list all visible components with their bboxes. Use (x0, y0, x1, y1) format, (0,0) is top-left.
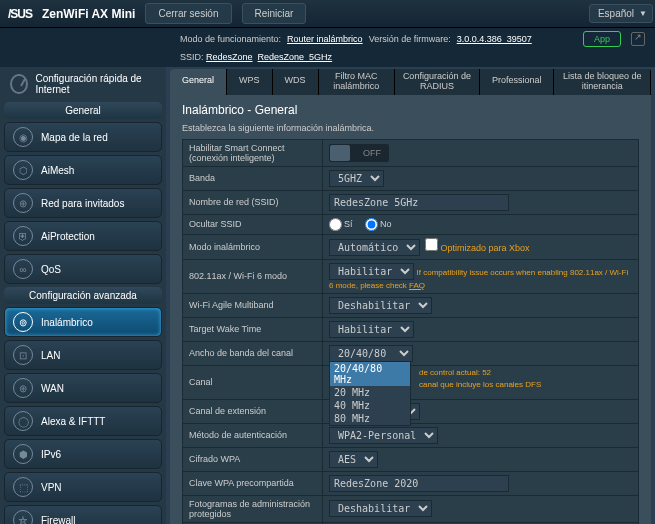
band-select[interactable]: 5GHZ (329, 170, 384, 187)
nav-label: LAN (41, 350, 60, 361)
nav-icon: ⊕ (13, 378, 33, 398)
bandwidth-option[interactable]: 80 MHz (330, 412, 410, 425)
pmf-select[interactable]: Deshabilitar (329, 500, 432, 517)
chevron-down-icon: ▼ (639, 9, 647, 18)
nav-item-red-para-invitados[interactable]: ⊕Red para invitados (4, 188, 162, 218)
ssid-label: SSID: (180, 52, 204, 62)
channel-label: Canal (183, 365, 323, 399)
nav-label: Inalámbrico (41, 317, 93, 328)
nav-label: Mapa de la red (41, 132, 108, 143)
psk-label: Clave WPA precompartida (183, 471, 323, 495)
gauge-icon (10, 74, 28, 94)
product-name: ZenWiFi AX Mini (42, 7, 135, 21)
ssid-input[interactable] (329, 194, 509, 211)
ssid-link-2[interactable]: RedesZone_5GHz (258, 52, 333, 62)
tab-configuraci-n-de-radius[interactable]: Configuración de RADIUS (395, 69, 480, 95)
hide-no-label[interactable]: No (365, 219, 392, 229)
bandwidth-select[interactable]: 20/40/80 MHz (329, 345, 413, 362)
channel-note-1: de control actual: 52 (419, 368, 491, 377)
nav-item-alexa-ifttt[interactable]: ◯Alexa & IFTTT (4, 406, 162, 436)
nav-icon: ⛨ (13, 226, 33, 246)
tab-filtro-mac-inal-mbrico[interactable]: Filtro MAC inalámbrico (319, 69, 395, 95)
nav-item-aimesh[interactable]: ⬡AiMesh (4, 155, 162, 185)
logout-button[interactable]: Cerrar sesión (145, 3, 231, 24)
hide-no-radio[interactable] (365, 218, 378, 231)
tab-professional[interactable]: Professional (480, 69, 555, 95)
twt-label: Target Wake Time (183, 317, 323, 341)
bandwidth-option[interactable]: 20/40/80 MHz (330, 362, 410, 386)
nav-icon: ⛤ (13, 510, 33, 524)
fw-label: Versión de firmware: (369, 34, 451, 44)
agile-select[interactable]: Deshabilitar (329, 297, 432, 314)
mode-label: Modo de funcionamiento: (180, 34, 281, 44)
fw-link[interactable]: 3.0.0.4.386_39507 (457, 34, 532, 44)
cipher-select[interactable]: AES (329, 451, 378, 468)
channel-note-2: canal que incluye los canales DFS (419, 380, 541, 389)
quick-setup-label: Configuración rápida de Internet (36, 73, 157, 95)
nav-label: AiMesh (41, 165, 74, 176)
xbox-checkbox[interactable] (425, 238, 438, 251)
panel-desc: Establezca la siguiente información inal… (182, 123, 639, 133)
nav-icon: ⊡ (13, 345, 33, 365)
wireless-mode-select[interactable]: Automático (329, 239, 420, 256)
smart-connect-label: Habilitar Smart Connect (conexión inteli… (183, 139, 323, 166)
hide-yes-radio[interactable] (329, 218, 342, 231)
bandwidth-option[interactable]: 40 MHz (330, 399, 410, 412)
tab-wps[interactable]: WPS (227, 69, 273, 95)
nav-label: AiProtection (41, 231, 95, 242)
nav-label: VPN (41, 482, 62, 493)
section-general: General (4, 102, 162, 119)
reboot-button[interactable]: Reiniciar (242, 3, 307, 24)
ax-mode-select[interactable]: Habilitar (329, 263, 414, 280)
nav-label: Alexa & IFTTT (41, 416, 105, 427)
twt-select[interactable]: Habilitar (329, 321, 414, 338)
nav-icon: ⬚ (13, 477, 33, 497)
faq-link[interactable]: FAQ (409, 281, 425, 290)
agile-label: Wi-Fi Agile Multiband (183, 293, 323, 317)
nav-icon: ⊕ (13, 193, 33, 213)
nav-icon: ⬢ (13, 444, 33, 464)
wireless-mode-label: Modo inalámbrico (183, 234, 323, 259)
nav-item-wan[interactable]: ⊕WAN (4, 373, 162, 403)
nav-label: IPv6 (41, 449, 61, 460)
nav-item-qos[interactable]: ∞QoS (4, 254, 162, 284)
tab-general[interactable]: General (170, 69, 227, 95)
section-advanced: Configuración avanzada (4, 287, 162, 304)
hide-yes-label[interactable]: Sí (329, 219, 353, 229)
nav-item-lan[interactable]: ⊡LAN (4, 340, 162, 370)
nav-icon: ◯ (13, 411, 33, 431)
tab-lista-de-bloqueo-de-itinerancia[interactable]: Lista de bloqueo de itinerancia (554, 69, 651, 95)
nav-label: Firewall (41, 515, 75, 525)
nav-label: Red para invitados (41, 198, 124, 209)
psk-input[interactable] (329, 475, 509, 492)
smart-connect-toggle[interactable]: OFF (329, 144, 389, 162)
ssid-link-1[interactable]: RedesZone (206, 52, 253, 62)
app-button[interactable]: App (583, 31, 621, 47)
nav-item-mapa-de-la-red[interactable]: ◉Mapa de la red (4, 122, 162, 152)
nav-item-firewall[interactable]: ⛤Firewall (4, 505, 162, 524)
external-link-icon[interactable] (631, 32, 645, 46)
xbox-label: Optimizado para Xbox (441, 243, 530, 253)
nav-icon: ◉ (13, 127, 33, 147)
band-label: Banda (183, 166, 323, 190)
nav-icon: ⬡ (13, 160, 33, 180)
cipher-label: Cifrado WPA (183, 447, 323, 471)
ax-mode-label: 802.11ax / Wi-Fi 6 modo (183, 259, 323, 293)
nav-icon: ∞ (13, 259, 33, 279)
brand-logo: /SUS (8, 7, 32, 21)
mode-link[interactable]: Router inalámbrico (287, 34, 363, 44)
nav-item-aiprotection[interactable]: ⛨AiProtection (4, 221, 162, 251)
nav-item-vpn[interactable]: ⬚VPN (4, 472, 162, 502)
nav-icon: ⊚ (13, 312, 33, 332)
hide-ssid-label: Ocultar SSID (183, 214, 323, 234)
nav-item-inal-mbrico[interactable]: ⊚Inalámbrico (4, 307, 162, 337)
bandwidth-option[interactable]: 20 MHz (330, 386, 410, 399)
nav-item-ipv6[interactable]: ⬢IPv6 (4, 439, 162, 469)
auth-select[interactable]: WPA2-Personal (329, 427, 438, 444)
panel-title: Inalámbrico - General (182, 103, 639, 117)
nav-label: QoS (41, 264, 61, 275)
nav-label: WAN (41, 383, 64, 394)
auth-label: Método de autenticación (183, 423, 323, 447)
tab-wds[interactable]: WDS (273, 69, 319, 95)
quick-setup-button[interactable]: Configuración rápida de Internet (4, 69, 162, 99)
